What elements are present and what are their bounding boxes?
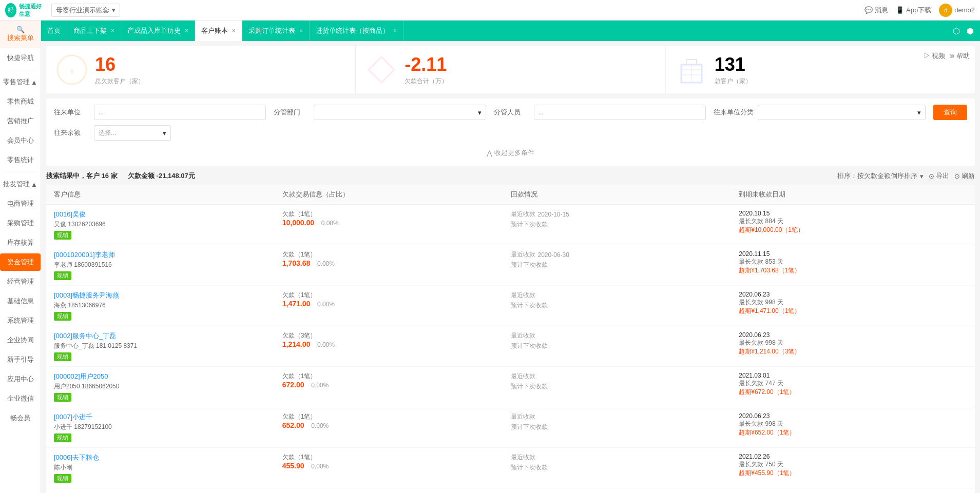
sidebar-item-enterprise-collab[interactable]: 企业协同: [0, 331, 41, 349]
overdue-amount[interactable]: 超期¥672.00（1笔）: [739, 388, 967, 397]
collapse-label: 收起更多条件: [494, 148, 534, 157]
sidebar-item-newbie-guide[interactable]: 新手引导: [0, 351, 41, 368]
customer-info-cell: [0006]去下粮仓 陈小刚 现销: [54, 453, 282, 483]
customer-name[interactable]: [000002]用户2050: [54, 372, 282, 381]
sidebar-item-marketing[interactable]: 营销推广: [0, 112, 41, 130]
diamond-icon: [366, 54, 397, 85]
sidebar-item-label: 零售商城: [7, 97, 34, 105]
return-status-cell: 最近收款 预计下次收款: [511, 453, 739, 472]
export-label: 导出: [936, 171, 949, 181]
table-row: [0003]畅捷服务尹海燕 海燕 18513066976 现销 欠款（1笔） 1…: [46, 286, 975, 326]
customer-name[interactable]: [0016]吴俊: [54, 210, 282, 219]
page-content: ¥ 16 总欠款客户（家）: [41, 41, 980, 493]
sidebar-item-system[interactable]: 系统管理: [0, 312, 41, 329]
sidebar-item-member-center[interactable]: 会员中心: [0, 132, 41, 149]
message-button[interactable]: 💬 消息: [864, 6, 888, 15]
sidebar-item-purchase[interactable]: 采购管理: [0, 214, 41, 232]
sidebar-item-finance[interactable]: 资金管理: [0, 253, 41, 271]
close-icon[interactable]: ×: [232, 27, 236, 34]
table-row: [0002]服务中心_丁磊 服务中心_丁磊 181 0125 8371 现销 欠…: [46, 326, 975, 367]
tenant-selector[interactable]: 母婴行业演示账套 ▾: [51, 4, 120, 17]
debt-amount: 1,214.00: [282, 340, 311, 348]
chevron-down-icon: ▾: [478, 109, 482, 116]
sidebar-search-label: 搜索菜单: [3, 33, 38, 43]
overdue-days: 最长欠款 750 天: [739, 460, 967, 469]
th-debt-info: 欠款交易信息（占比）: [282, 190, 511, 199]
refresh-button[interactable]: ⊙ 刷新: [954, 171, 975, 181]
stat-card-total-customers: 131 总客户（家） ▷ 视频 ⊙ 帮助: [666, 46, 975, 93]
sidebar-item-vip-member[interactable]: 畅会员: [0, 409, 41, 427]
sidebar-item-basic-info[interactable]: 基础信息: [0, 292, 41, 310]
chevron-up-icon: ⋀: [487, 149, 492, 157]
overdue-amount[interactable]: 超期¥10,000.00（1笔）: [739, 226, 967, 234]
sidebar-item-retail-stats[interactable]: 零售统计: [0, 151, 41, 169]
customer-name[interactable]: [0003]畅捷服务尹海燕: [54, 291, 282, 300]
stat-card-debt-customers: ¥ 16 总欠款客户（家）: [46, 46, 356, 93]
sidebar-item-label: 企业协同: [7, 336, 34, 344]
next-payment-label: 预计下次收款: [511, 342, 739, 350]
help-link[interactable]: ⊙ 帮助: [949, 51, 970, 61]
results-count: 16: [102, 172, 109, 180]
close-icon[interactable]: ×: [393, 27, 397, 34]
export-button[interactable]: ⊙ 导出: [929, 171, 949, 181]
customer-phone: 用户2050 18665062050: [54, 382, 282, 391]
customer-name[interactable]: [0007]小进千: [54, 412, 282, 422]
sidebar-item-ecommerce[interactable]: 电商管理: [0, 195, 41, 212]
tab-home[interactable]: 首页: [41, 21, 67, 41]
help-icon: ⊙: [949, 52, 956, 60]
unit-type-select[interactable]: ▾: [758, 105, 926, 120]
next-payment-label: 预计下次收款: [511, 301, 739, 310]
tab-expand-button[interactable]: ⬢: [965, 25, 976, 37]
overdue-amount[interactable]: 超期¥652.00（1笔）: [739, 428, 967, 437]
customer-name[interactable]: [0002]服务中心_丁磊: [54, 331, 282, 341]
due-date: 2021.03.01: [739, 372, 967, 379]
chevron-down-icon-sort: ▾: [920, 172, 924, 180]
overdue-days: 最长欠款 884 天: [739, 217, 967, 226]
video-link[interactable]: ▷ 视频: [924, 51, 946, 61]
tab-collapse-button[interactable]: ⬡: [951, 25, 962, 37]
customer-name[interactable]: [0001020001]李老师: [54, 250, 282, 260]
person-input[interactable]: ...: [534, 105, 706, 120]
sidebar-search[interactable]: 🔍 搜索菜单: [0, 21, 41, 48]
tab-inbound-stats[interactable]: 进货单统计表（按商品） ×: [310, 21, 403, 41]
sidebar-item-inventory[interactable]: 库存核算: [0, 234, 41, 251]
svg-marker-2: [369, 57, 394, 83]
search-button[interactable]: 查询: [933, 105, 967, 120]
dept-select[interactable]: ▾: [314, 105, 486, 120]
close-icon[interactable]: ×: [299, 27, 303, 34]
sort-selector[interactable]: 排序：按欠款金额倒序排序 ▾: [837, 171, 924, 181]
tab-label: 首页: [47, 26, 61, 35]
user-menu[interactable]: d demo2: [939, 4, 975, 17]
filter-from-unit: 往来单位 ...: [54, 105, 266, 120]
sidebar-item-retail-mgmt[interactable]: 零售管理 ▲: [0, 73, 41, 91]
overdue-amount[interactable]: 超期¥1,214.00（3笔）: [739, 347, 967, 356]
app-download-button[interactable]: 📱 App下载: [896, 6, 931, 15]
tab-purchase-stats[interactable]: 采购订单统计表 ×: [242, 21, 310, 41]
sidebar-item-operations[interactable]: 经营管理: [0, 273, 41, 290]
balance-select[interactable]: 选择... ▾: [94, 125, 171, 141]
sidebar-item-wechat[interactable]: 企业微信: [0, 390, 41, 407]
sidebar-item-quick-nav[interactable]: 快捷导航: [0, 49, 41, 67]
collapse-button[interactable]: ⋀ 收起更多条件: [484, 146, 537, 160]
table-row: [0007]小进千 小进千 18279152100 现销 欠款（1笔） 652.…: [46, 407, 975, 448]
tab-finished-goods[interactable]: 产成品入库单历史 ×: [121, 21, 195, 41]
sidebar-item-retail-mall[interactable]: 零售商城: [0, 93, 41, 110]
customer-name[interactable]: [0006]去下粮仓: [54, 453, 282, 462]
from-unit-input[interactable]: ...: [94, 105, 266, 120]
overdue-amount[interactable]: 超期¥455.90（1笔）: [739, 469, 967, 478]
next-payment-label: 预计下次收款: [511, 423, 739, 431]
close-icon[interactable]: ×: [185, 27, 188, 34]
overdue-amount[interactable]: 超期¥1,471.00（1笔）: [739, 307, 967, 315]
sidebar-item-app-center[interactable]: 应用中心: [0, 370, 41, 388]
tab-label: 产成品入库单历史: [127, 26, 181, 35]
tab-product-onoff[interactable]: 商品上下架 ×: [67, 21, 121, 41]
due-date: 2020.06.23: [739, 412, 967, 420]
close-icon[interactable]: ×: [111, 27, 114, 34]
debt-count: 欠款（1笔）: [282, 210, 511, 219]
sidebar-item-wholesale-mgmt[interactable]: 批发管理 ▲: [0, 175, 41, 193]
due-date-cell: 2020.06.23 最长欠款 998 天 超期¥652.00（1笔）: [739, 412, 967, 437]
person-label: 分管人员: [494, 108, 530, 117]
overdue-amount[interactable]: 超期¥1,703.68（1笔）: [739, 266, 967, 275]
tab-customer-ledger[interactable]: 客户账本 ×: [195, 21, 242, 41]
tab-label: 进货单统计表（按商品）: [316, 26, 389, 35]
